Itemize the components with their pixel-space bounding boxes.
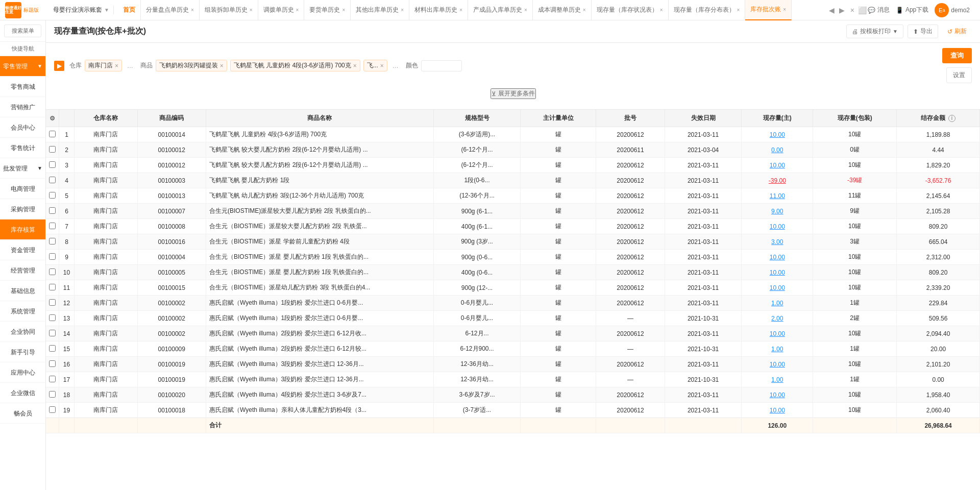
tab-expand-button[interactable]: ⬜ — [857, 0, 868, 20]
row-checkbox[interactable] — [46, 188, 59, 204]
sidebar-item-retail[interactable]: 零售管理 ▼ — [0, 56, 45, 77]
product-tag-close-1[interactable]: × — [220, 62, 224, 69]
sidebar-item-retail-shop[interactable]: 零售商城 — [0, 77, 45, 97]
tab-batch-ledger[interactable]: 库存批次账 × — [745, 0, 792, 20]
tab-close-icon[interactable]: × — [660, 7, 663, 13]
expand-conditions-button[interactable]: ⊻ 展开更多条件 — [491, 88, 536, 99]
sidebar-item-purchase[interactable]: 采购管理 — [0, 199, 45, 219]
tab-material-out-history[interactable]: 材料出库单历史 × — [409, 0, 468, 20]
row-checkbox[interactable] — [46, 219, 59, 234]
tab-close-icon[interactable]: × — [342, 7, 345, 13]
tab-disassemble-history[interactable]: 组装拆卸单历史 × — [200, 0, 258, 20]
app-download-button[interactable]: 📱 App下载 — [896, 6, 928, 14]
search-menu-button[interactable]: 搜索菜单 — [4, 24, 41, 37]
row-stock-main[interactable]: 10.00 — [742, 158, 813, 173]
tab-close-icon[interactable]: × — [737, 7, 740, 13]
row-stock-main[interactable]: 10.00 — [742, 326, 813, 341]
row-checkbox[interactable] — [46, 204, 59, 219]
tab-stock-dist[interactable]: 现存量（库存分布表） × — [669, 0, 746, 20]
account-dropdown[interactable]: 母婴行业演示账套 — [53, 6, 102, 14]
sidebar-item-operation[interactable]: 经营管理 — [0, 260, 45, 281]
row-checkbox[interactable] — [46, 326, 59, 341]
row-checkbox[interactable] — [46, 142, 59, 158]
row-stock-main[interactable]: 1.00 — [742, 372, 813, 387]
tab-next-button[interactable]: ▶ — [837, 0, 847, 20]
tab-close-icon[interactable]: × — [783, 7, 786, 12]
tab-close-icon[interactable]: × — [250, 7, 253, 13]
sidebar-item-wholesale[interactable]: 批发管理 ▼ — [0, 158, 45, 179]
row-stock-main[interactable]: 10.00 — [742, 387, 813, 403]
sidebar-item-new-guide[interactable]: 新手引导 — [0, 342, 45, 362]
row-stock-main[interactable]: 10.00 — [742, 403, 813, 418]
row-stock-main[interactable]: 1.00 — [742, 341, 813, 357]
sidebar-item-ecommerce[interactable]: 电商管理 — [0, 179, 45, 199]
sidebar-item-finance[interactable]: 资金管理 — [0, 240, 45, 260]
warehouse-tag-close[interactable]: × — [115, 62, 118, 69]
row-checkbox[interactable] — [46, 341, 59, 357]
row-checkbox[interactable] — [46, 127, 59, 142]
sidebar-item-basic[interactable]: 基础信息 — [0, 281, 45, 301]
settings-icon[interactable]: ⚙ — [50, 115, 55, 122]
sidebar-item-enterprise[interactable]: 企业协同 — [0, 322, 45, 342]
tab-request-history[interactable]: 要货单历史 × — [304, 0, 351, 20]
tab-close-icon[interactable]: × — [524, 7, 527, 13]
product-more-icon[interactable]: … — [393, 62, 399, 69]
row-checkbox[interactable] — [46, 403, 59, 418]
row-stock-main[interactable]: 9.00 — [742, 204, 813, 219]
tab-cost-adjust-history[interactable]: 成本调整单历史 × — [533, 0, 592, 20]
tab-stock-status[interactable]: 现存量（库存状况表） × — [592, 0, 669, 20]
tab-split-history[interactable]: 分量盘点单历史 × — [141, 0, 200, 20]
row-checkbox[interactable] — [46, 158, 59, 173]
balance-info-icon[interactable]: i — [948, 115, 955, 122]
sidebar-item-retail-stats[interactable]: 零售统计 — [0, 138, 45, 158]
row-stock-main[interactable]: 1.00 — [742, 296, 813, 311]
user-menu[interactable]: Ea demo2 — [935, 3, 970, 17]
tab-query-history[interactable]: 调拨单历史 × — [258, 0, 305, 20]
row-checkbox[interactable] — [46, 234, 59, 250]
settings-button[interactable]: 设置 — [946, 67, 972, 83]
tab-close-all-button[interactable]: × — [847, 0, 857, 20]
sidebar-item-enterprise-wechat[interactable]: 企业微信 — [0, 383, 45, 403]
tab-other-out-history[interactable]: 其他出库单历史 × — [351, 0, 409, 20]
row-stock-main[interactable]: 10.00 — [742, 219, 813, 234]
row-stock-main[interactable]: 10.00 — [742, 280, 813, 296]
sidebar-item-inventory[interactable]: 库存核算 — [0, 219, 45, 240]
tab-product-in-history[interactable]: 产成品入库单历史 × — [468, 0, 533, 20]
dropdown-arrow-icon[interactable]: ▼ — [104, 7, 109, 13]
print-button[interactable]: 🖨 按模板打印 ▼ — [846, 24, 903, 38]
tab-close-icon[interactable]: × — [191, 7, 194, 13]
color-dropdown[interactable] — [421, 60, 462, 71]
row-stock-main[interactable]: -39.00 — [742, 173, 813, 188]
product-tag-close-2[interactable]: × — [353, 62, 357, 69]
tab-close-icon[interactable]: × — [401, 7, 404, 13]
sidebar-item-member[interactable]: 会员中心 — [0, 117, 45, 138]
message-button[interactable]: 💬 消息 — [868, 6, 890, 14]
tab-close-icon[interactable]: × — [583, 7, 586, 13]
sidebar-item-app-center[interactable]: 应用中心 — [0, 362, 45, 383]
row-checkbox[interactable] — [46, 250, 59, 265]
col-settings[interactable]: ⚙ — [46, 110, 59, 127]
tab-close-icon[interactable]: × — [296, 7, 299, 13]
refresh-button[interactable]: ↺ 刷新 — [942, 25, 972, 38]
row-stock-main[interactable]: 2.00 — [742, 311, 813, 326]
warehouse-more-icon[interactable]: … — [127, 62, 133, 69]
sidebar-item-system[interactable]: 系统管理 — [0, 301, 45, 322]
tab-close-icon[interactable]: × — [459, 7, 462, 13]
row-checkbox[interactable] — [46, 280, 59, 296]
tab-prev-button[interactable]: ◀ — [827, 0, 837, 20]
row-stock-main[interactable]: 10.00 — [742, 357, 813, 372]
row-checkbox[interactable] — [46, 265, 59, 280]
filter-expand-button[interactable]: ▶ — [54, 61, 64, 71]
row-stock-main[interactable]: 10.00 — [742, 250, 813, 265]
row-checkbox[interactable] — [46, 372, 59, 387]
row-stock-main[interactable]: 11.00 — [742, 188, 813, 204]
row-checkbox[interactable] — [46, 357, 59, 372]
row-stock-main[interactable]: 0.00 — [742, 142, 813, 158]
export-button[interactable]: ⬆ 导出 — [908, 24, 938, 38]
sidebar-item-marketing[interactable]: 营销推广 — [0, 97, 45, 117]
tab-home[interactable]: 首页 — [118, 0, 141, 20]
product-tag-close-3[interactable]: × — [380, 62, 384, 69]
row-stock-main[interactable]: 10.00 — [742, 127, 813, 142]
row-checkbox[interactable] — [46, 296, 59, 311]
row-checkbox[interactable] — [46, 311, 59, 326]
